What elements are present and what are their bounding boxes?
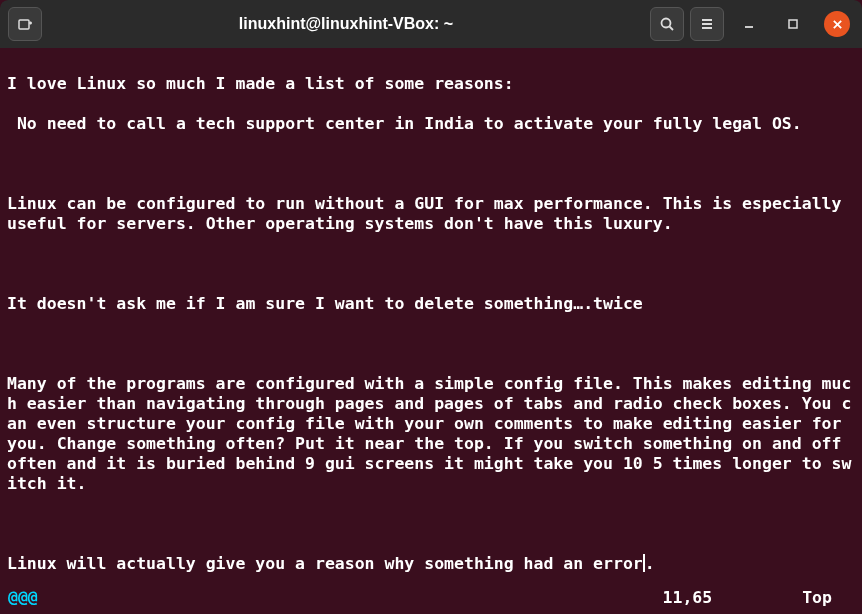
text-line: Linux can be configured to run without a… [7,194,855,234]
svg-rect-2 [789,20,797,28]
titlebar: linuxhint@linuxhint-VBox: ~ [0,0,862,48]
close-button[interactable] [824,11,850,37]
text-line: Many of the programs are configured with… [7,374,855,494]
status-indicator: @@@ [8,588,38,610]
cursor-position: 11,65 [663,588,713,610]
text-segment: . [645,554,655,573]
hamburger-icon [699,16,715,32]
close-icon [832,19,843,30]
minimize-icon [743,18,755,30]
text-line [7,254,855,274]
maximize-icon [787,18,799,30]
text-line [7,154,855,174]
text-line: No need to call a tech support center in… [7,114,855,134]
text-line: I love Linux so much I made a list of so… [7,74,855,94]
new-tab-button[interactable] [8,7,42,41]
text-segment: Linux will actually give you a reason wh… [7,554,643,573]
text-line [7,334,855,354]
text-line: Linux will actually give you a reason wh… [7,554,855,574]
search-icon [659,16,675,32]
text-line [7,514,855,534]
maximize-button[interactable] [780,11,806,37]
menu-button[interactable] [690,7,724,41]
window-title: linuxhint@linuxhint-VBox: ~ [48,15,644,33]
text-line: It doesn't ask me if I am sure I want to… [7,294,855,314]
svg-rect-0 [19,20,29,29]
scroll-position: Top [802,588,832,610]
new-tab-icon [17,16,33,32]
terminal-content[interactable]: I love Linux so much I made a list of so… [0,48,862,588]
minimize-button[interactable] [736,11,762,37]
svg-point-1 [662,19,671,28]
search-button[interactable] [650,7,684,41]
status-bar: @@@ 11,65 Top [0,588,862,610]
